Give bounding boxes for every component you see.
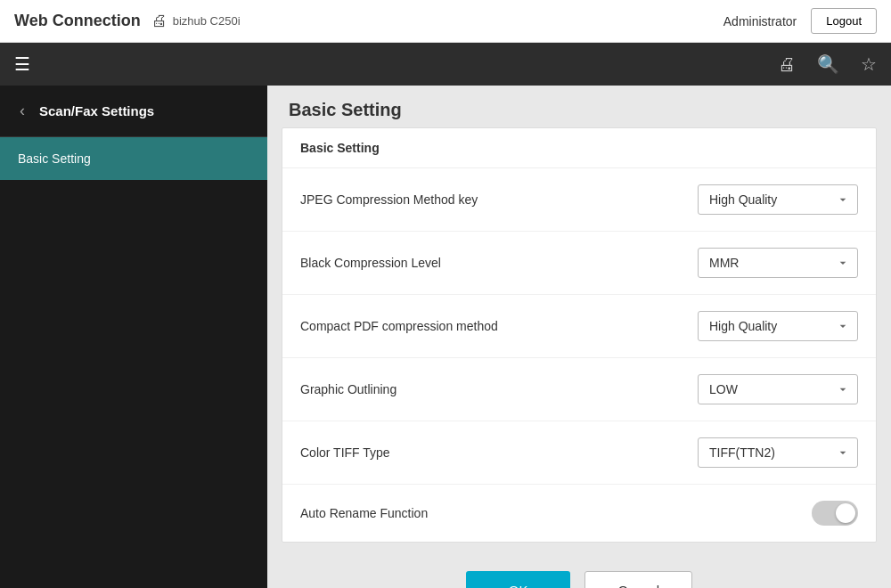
black-control: MMR MR MH bbox=[698, 248, 858, 278]
black-select[interactable]: MMR MR MH bbox=[698, 248, 858, 278]
compact-pdf-control: High Quality Standard Low Quality bbox=[698, 311, 858, 341]
header-right: Administrator Logout bbox=[723, 8, 877, 34]
form-row-graphic: Graphic Outlining LOW MEDIUM HIGH bbox=[282, 358, 876, 421]
content-footer: OK Cancel bbox=[267, 557, 891, 588]
admin-label: Administrator bbox=[723, 14, 797, 29]
logout-button[interactable]: Logout bbox=[811, 8, 877, 34]
black-label: Black Compression Level bbox=[300, 256, 698, 270]
search-icon: 🔍 bbox=[817, 54, 839, 74]
cancel-button[interactable]: Cancel bbox=[584, 571, 692, 588]
sidebar-title: Scan/Fax Settings bbox=[39, 103, 154, 118]
tiff-select[interactable]: TIFF(TTN2) TIFF(TTN1) bbox=[698, 437, 858, 468]
back-icon: ‹ bbox=[20, 102, 25, 119]
auto-rename-label: Auto Rename Function bbox=[300, 506, 698, 520]
sidebar-header: ‹ Scan/Fax Settings bbox=[0, 86, 267, 137]
device-name: bizhub C250i bbox=[173, 14, 241, 28]
hamburger-icon: ☰ bbox=[14, 54, 30, 74]
form-row-tiff: Color TIFF Type TIFF(TTN2) TIFF(TTN1) bbox=[282, 421, 876, 485]
auto-rename-toggle[interactable] bbox=[812, 501, 858, 526]
tiff-label: Color TIFF Type bbox=[300, 445, 698, 460]
device-info: 🖨 bizhub C250i bbox=[151, 12, 241, 30]
toggle-slider bbox=[812, 501, 858, 526]
form-row-compact-pdf: Compact PDF compression method High Qual… bbox=[282, 295, 876, 358]
cart-icon: 🖨 bbox=[778, 54, 796, 74]
jpeg-label: JPEG Compression Method key bbox=[300, 192, 698, 207]
sidebar-item-label: Basic Setting bbox=[18, 151, 91, 166]
printer-icon: 🖨 bbox=[151, 12, 168, 30]
sidebar-back-button[interactable]: ‹ bbox=[14, 100, 30, 122]
page-title: Basic Setting bbox=[289, 100, 870, 120]
jpeg-control: High Quality Standard Low Quality bbox=[698, 184, 858, 215]
compact-pdf-label: Compact PDF compression method bbox=[300, 319, 698, 333]
search-button[interactable]: 🔍 bbox=[810, 46, 846, 82]
star-button[interactable]: ☆ bbox=[854, 46, 884, 82]
content-header: Basic Setting bbox=[267, 86, 891, 127]
menu-button[interactable]: ☰ bbox=[7, 48, 37, 80]
toggle-wrap bbox=[698, 501, 858, 526]
graphic-select[interactable]: LOW MEDIUM HIGH bbox=[698, 374, 858, 404]
sidebar: ‹ Scan/Fax Settings Basic Setting bbox=[0, 86, 267, 588]
star-icon: ☆ bbox=[861, 54, 877, 74]
header-logo: Web Connection 🖨 bizhub C250i bbox=[14, 12, 723, 30]
compact-pdf-select[interactable]: High Quality Standard Low Quality bbox=[698, 311, 858, 341]
app-title: Web Connection bbox=[14, 12, 141, 30]
toolbar: ☰ 🖨 🔍 ☆ bbox=[0, 43, 891, 86]
graphic-control: LOW MEDIUM HIGH bbox=[698, 374, 858, 404]
sidebar-item-basic-setting[interactable]: Basic Setting bbox=[0, 137, 267, 180]
header: Web Connection 🖨 bizhub C250i Administra… bbox=[0, 0, 891, 43]
content-area: Basic Setting Basic Setting JPEG Compres… bbox=[267, 86, 891, 588]
cart-button[interactable]: 🖨 bbox=[771, 47, 803, 82]
ok-button[interactable]: OK bbox=[466, 571, 571, 588]
graphic-label: Graphic Outlining bbox=[300, 382, 698, 396]
card-title: Basic Setting bbox=[282, 128, 876, 168]
tiff-control: TIFF(TTN2) TIFF(TTN1) bbox=[698, 437, 858, 468]
form-row-auto-rename: Auto Rename Function bbox=[282, 485, 876, 542]
form-row-jpeg: JPEG Compression Method key High Quality… bbox=[282, 168, 876, 232]
settings-card: Basic Setting JPEG Compression Method ke… bbox=[282, 127, 877, 543]
form-row-black: Black Compression Level MMR MR MH bbox=[282, 232, 876, 295]
jpeg-select[interactable]: High Quality Standard Low Quality bbox=[698, 184, 858, 215]
main-layout: ‹ Scan/Fax Settings Basic Setting Basic … bbox=[0, 86, 891, 588]
